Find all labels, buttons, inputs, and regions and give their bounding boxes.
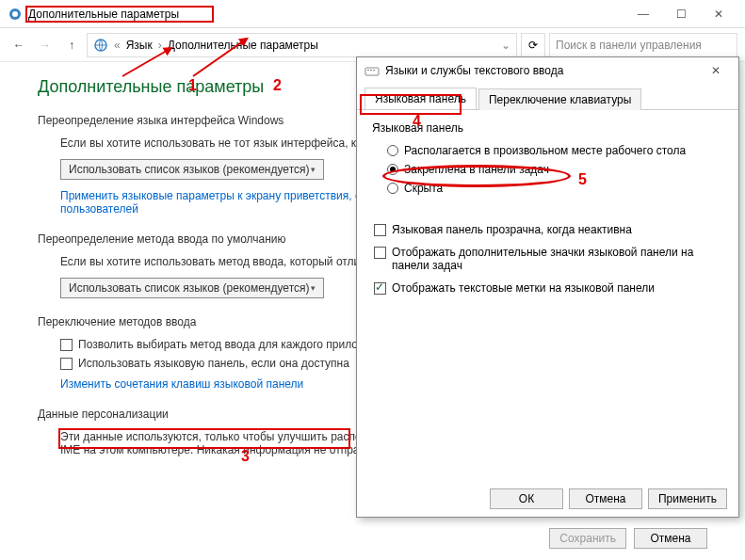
svg-rect-3 — [365, 68, 379, 75]
forward-button: → — [34, 34, 57, 56]
checkbox-label: Использовать языковую панель, если она д… — [78, 357, 349, 370]
checkbox-icon — [374, 224, 386, 236]
search-input[interactable]: Поиск в панели управления — [549, 33, 737, 57]
dialog-title: Языки и службы текстового ввода — [385, 64, 701, 77]
cancel-button[interactable]: Отмена — [569, 488, 642, 509]
window-titlebar: Дополнительные параметры — ☐ ✕ — [0, 0, 745, 28]
close-button[interactable]: ✕ — [700, 3, 737, 25]
breadcrumb-pre: « — [114, 39, 121, 52]
refresh-button[interactable]: ⟳ — [521, 33, 545, 57]
display-language-combo[interactable]: Использовать список языков (рекомендуетс… — [60, 159, 324, 180]
radio-icon — [387, 183, 398, 194]
up-button[interactable]: ↑ — [60, 34, 83, 56]
radio-hidden[interactable]: Скрыта — [387, 182, 723, 195]
radio-label: Закреплена в панели задач — [404, 163, 549, 176]
back-button[interactable]: ← — [8, 34, 30, 56]
text-services-dialog: Языки и службы текстового ввода ✕ Языков… — [356, 56, 739, 518]
breadcrumb-item-language[interactable]: Язык — [126, 39, 153, 52]
chevron-down-icon: ▾ — [311, 165, 316, 174]
radio-label: Располагается в произвольном месте рабоч… — [404, 144, 686, 157]
svg-rect-5 — [370, 70, 372, 71]
tab-language-bar[interactable]: Языковая панель — [364, 88, 477, 109]
checkbox-icon — [60, 358, 73, 370]
combo-value: Использовать список языков (рекомендуетс… — [69, 163, 310, 176]
maximize-button[interactable]: ☐ — [662, 3, 700, 25]
apply-button[interactable]: Применить — [648, 488, 727, 509]
minimize-button[interactable]: — — [624, 3, 662, 25]
radio-floating[interactable]: Располагается в произвольном месте рабоч… — [387, 144, 723, 157]
text-labels-checkbox[interactable]: Отображать текстовые метки на языковой п… — [372, 281, 723, 295]
radio-docked[interactable]: Закреплена в панели задач — [387, 163, 723, 176]
breadcrumb[interactable]: « Язык › Дополнительные параметры ⌄ — [87, 33, 517, 57]
checkbox-label: Отображать текстовые метки на языковой п… — [392, 281, 655, 295]
checkbox-icon — [60, 339, 73, 351]
radio-icon — [387, 164, 398, 175]
extra-icons-checkbox[interactable]: Отображать дополнительные значки языково… — [372, 246, 723, 272]
dialog-titlebar: Языки и службы текстового ввода ✕ — [357, 57, 738, 84]
keyboard-icon — [364, 63, 380, 78]
dialog-body: Языковая панель Располагается в произвол… — [357, 110, 738, 315]
app-icon — [8, 7, 23, 22]
ok-button[interactable]: ОК — [490, 488, 563, 509]
combo-value: Использовать список языков (рекомендуетс… — [69, 281, 310, 295]
tab-keyboard-switch[interactable]: Переключение клавиатуры — [478, 88, 641, 110]
svg-rect-4 — [367, 70, 369, 71]
checkbox-label: Позволить выбирать метод ввода для каждо… — [78, 338, 390, 351]
breadcrumb-sep: › — [158, 39, 162, 52]
cancel-button[interactable]: Отмена — [634, 528, 707, 549]
radio-label: Скрыта — [404, 182, 443, 195]
search-placeholder: Поиск в панели управления — [556, 39, 702, 52]
checkbox-icon — [374, 247, 386, 259]
group-title: Языковая панель — [372, 121, 723, 135]
globe-icon — [93, 38, 108, 53]
footer-buttons: Сохранить Отмена — [549, 528, 707, 549]
checkbox-icon — [374, 282, 386, 295]
window-title: Дополнительные параметры — [28, 8, 179, 21]
checkbox-label: Отображать дополнительные значки языково… — [392, 246, 723, 272]
input-method-combo[interactable]: Использовать список языков (рекомендуетс… — [60, 278, 324, 298]
dialog-tabs: Языковая панель Переключение клавиатуры — [357, 84, 738, 110]
dialog-close-button[interactable]: ✕ — [701, 61, 731, 80]
breadcrumb-dropdown-icon[interactable]: ⌄ — [501, 39, 510, 52]
dialog-footer: ОК Отмена Применить — [490, 488, 727, 509]
chevron-down-icon: ▾ — [311, 283, 316, 293]
svg-point-1 — [12, 11, 18, 17]
transparent-checkbox[interactable]: Языковая панель прозрачна, когда неактив… — [372, 223, 723, 236]
svg-rect-6 — [373, 70, 375, 71]
radio-icon — [387, 145, 398, 156]
checkbox-label: Языковая панель прозрачна, когда неактив… — [392, 223, 632, 236]
save-button: Сохранить — [549, 528, 626, 549]
